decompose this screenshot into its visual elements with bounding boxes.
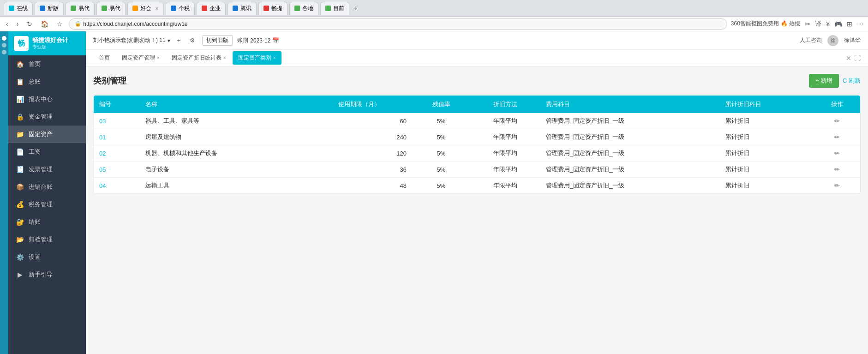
sidebar-item-ledger[interactable]: 📋 总账 — [8, 73, 86, 90]
sidebar-item-funds[interactable]: 🔒 资金管理 — [8, 108, 86, 126]
quick-dot-3[interactable] — [2, 50, 6, 54]
page-tab-category[interactable]: 固定资产类别 × — [233, 51, 281, 65]
browser-tab-1[interactable]: 在线 — [4, 2, 33, 15]
page-tab-close-icon[interactable]: × — [223, 55, 226, 60]
grid-icon[interactable]: ⊞ — [846, 19, 853, 29]
code-link[interactable]: 04 — [99, 182, 106, 189]
close-tab-icon[interactable]: ✕ — [846, 54, 851, 62]
translate-icon[interactable]: 译 — [814, 19, 822, 29]
sidebar-item-label: 工资 — [29, 148, 41, 156]
username-label: 刘小艳演示套(勿删勿动！) 11 — [93, 36, 166, 44]
settings-icon[interactable]: ⋯ — [856, 19, 864, 29]
browser-tab-5[interactable]: 好会 ✕ — [127, 2, 164, 15]
fixed-assets-icon: 📁 — [16, 131, 24, 138]
edit-icon[interactable]: ✏ — [834, 117, 840, 125]
page-tab-fixed-assets-mgmt[interactable]: 固定资产管理 × — [116, 51, 165, 65]
cell-expense: 管理费用_固定资产折旧_一级 — [540, 129, 720, 145]
page-tab-depreciation-table[interactable]: 固定资产折旧统计表 × — [166, 51, 232, 65]
tab-label: 在线 — [17, 5, 28, 12]
code-link[interactable]: 05 — [99, 166, 106, 173]
sidebar-item-home[interactable]: 🏠 首页 — [8, 55, 86, 73]
browser-tab-7[interactable]: 企业 — [197, 2, 226, 15]
edit-icon[interactable]: ✏ — [834, 133, 840, 141]
cell-action: ✏ — [814, 145, 860, 162]
calendar-icon[interactable]: 📅 — [272, 37, 279, 44]
code-link[interactable]: 02 — [99, 150, 106, 157]
tab-label: 易代 — [109, 5, 120, 12]
logo-text-area: 畅捷通好会计 专业版 — [32, 36, 68, 51]
coin-icon[interactable]: ¥ — [825, 19, 831, 29]
sidebar-item-close-accounts[interactable]: 🔐 结账 — [8, 213, 86, 231]
refresh-button[interactable]: C 刷新 — [843, 77, 861, 85]
home-button[interactable]: 🏠 — [38, 19, 51, 29]
quick-dot-1[interactable] — [2, 36, 6, 41]
page-tab-home[interactable]: 首页 — [93, 51, 115, 65]
edit-icon[interactable]: ✏ — [834, 166, 840, 173]
sidebar-item-archive[interactable]: 📂 归档管理 — [8, 231, 86, 248]
cell-method: 年限平均 — [470, 162, 540, 178]
consultant-label[interactable]: 人工咨询 — [800, 36, 822, 44]
cell-method: 年限平均 — [470, 113, 540, 129]
col-residual: 残值率 — [412, 96, 470, 113]
period-label: 账期 — [237, 36, 248, 44]
user-info: 刘小艳演示套(勿删勿动！) 11 ▾ — [93, 36, 170, 44]
quick-dot-2[interactable] — [2, 43, 6, 48]
browser-tab-6[interactable]: 个税 — [166, 2, 195, 15]
browser-tab-8[interactable]: 腾讯 — [227, 2, 257, 15]
company-settings-button[interactable]: ⚙ — [187, 36, 198, 45]
page-tab-label: 固定资产类别 — [238, 54, 271, 62]
cell-period: 240 — [306, 129, 412, 145]
browser-tab-2[interactable]: 新版 — [35, 2, 64, 15]
expand-tab-icon[interactable]: ⛶ — [854, 54, 861, 62]
back-button[interactable]: ‹ — [4, 19, 11, 29]
browser-tab-11[interactable]: 目前 — [320, 2, 349, 15]
tab-close-icon[interactable]: ✕ — [155, 6, 159, 11]
sidebar-item-label: 总账 — [29, 78, 41, 86]
url-bar[interactable]: 🔒 https://cloud.chanjet.com/accounting/u… — [69, 18, 727, 30]
sidebar-item-settings[interactable]: ⚙️ 设置 — [8, 248, 86, 266]
browser-tab-3[interactable]: 易代 — [66, 2, 95, 15]
sidebar-logo: 畅 畅捷通好会计 专业版 — [8, 31, 86, 55]
table-row: 01 房屋及建筑物 240 5% 年限平均 管理费用_固定资产折旧_一级 累计折… — [94, 129, 860, 145]
data-table: 编号 名称 使用期限（月） 残值率 折旧方法 费用科目 累计折旧科目 操作 03 — [94, 96, 860, 193]
address-bar: ‹ › ↻ 🏠 ☆ 🔒 https://cloud.chanjet.com/ac… — [0, 17, 868, 31]
cell-action: ✏ — [814, 162, 860, 178]
reload-button[interactable]: ↻ — [24, 19, 35, 29]
edit-icon[interactable]: ✏ — [834, 182, 840, 189]
top-bar: 刘小艳演示套(勿删勿动！) 11 ▾ + ⚙ 切到旧版 账期 2023-12 📅… — [86, 31, 868, 50]
table-body: 03 器具、工具、家具等 60 5% 年限平均 管理费用_固定资产折旧_一级 累… — [94, 113, 860, 193]
bookmark-button[interactable]: ☆ — [54, 19, 65, 29]
switch-version-button[interactable]: 切到旧版 — [202, 35, 233, 46]
sidebar-item-invoice[interactable]: 🧾 发票管理 — [8, 161, 86, 178]
game-icon[interactable]: 🎮 — [833, 19, 843, 29]
new-tab-button[interactable]: + — [351, 4, 359, 12]
cell-code: 02 — [94, 145, 140, 162]
scissors-icon[interactable]: ✂ — [804, 19, 811, 29]
dropdown-icon[interactable]: ▾ — [168, 37, 170, 44]
hot-label: 🔥 热搜 — [781, 20, 800, 28]
sidebar-item-guide[interactable]: ▶ 新手引导 — [8, 266, 86, 283]
page-tab-close-icon[interactable]: × — [157, 55, 160, 60]
forward-button[interactable]: › — [14, 19, 21, 29]
sidebar-item-payroll[interactable]: 📄 工资 — [8, 143, 86, 161]
cell-name: 电子设备 — [140, 162, 306, 178]
sidebar-item-tax[interactable]: 💰 税务管理 — [8, 196, 86, 213]
url-text: https://cloud.chanjet.com/accounting/uw1… — [83, 21, 187, 27]
cell-code: 05 — [94, 162, 140, 178]
edit-icon[interactable]: ✏ — [834, 150, 840, 157]
browser-tab-9[interactable]: 畅提 — [258, 2, 287, 15]
cell-expense: 管理费用_固定资产折旧_一级 — [540, 178, 720, 194]
table-row: 04 运输工具 48 5% 年限平均 管理费用_固定资产折旧_一级 累计折旧 ✏ — [94, 178, 860, 194]
page-tab-close-icon[interactable]: × — [273, 55, 276, 60]
code-link[interactable]: 03 — [99, 118, 106, 125]
col-expense: 费用科目 — [540, 96, 720, 113]
tab-label: 腾讯 — [240, 5, 251, 12]
sidebar-item-inventory[interactable]: 📦 进销台账 — [8, 178, 86, 196]
add-company-button[interactable]: + — [175, 36, 183, 45]
add-button[interactable]: + 新增 — [809, 74, 839, 88]
browser-tab-10[interactable]: 各地 — [289, 2, 318, 15]
sidebar-item-reports[interactable]: 📊 报表中心 — [8, 90, 86, 108]
code-link[interactable]: 01 — [99, 134, 106, 141]
browser-tab-4[interactable]: 易代 — [96, 2, 126, 15]
sidebar-item-fixed-assets[interactable]: 📁 固定资产 — [8, 126, 86, 143]
